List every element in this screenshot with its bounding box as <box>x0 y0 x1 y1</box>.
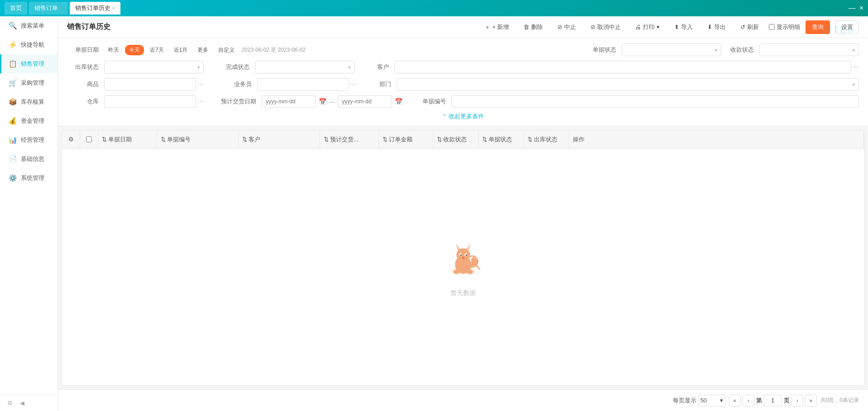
sidebar-item-basic-info-label: 基础信息 <box>21 155 44 163</box>
operations-icon: 📊 <box>9 136 17 144</box>
th-stock-status[interactable]: ⇅ 出库状态 <box>524 131 569 148</box>
th-checkbox[interactable] <box>80 131 98 148</box>
print-button[interactable]: 🖨 打印 ▾ <box>631 21 664 34</box>
page-size-dropdown[interactable]: 50 ▾ <box>698 395 725 406</box>
sidebar-item-operations[interactable]: 📊 经营管理 <box>0 131 58 150</box>
th-amount[interactable]: ⇅ 订单金额 <box>379 131 433 148</box>
page-prev-btn[interactable]: ‹ <box>743 395 754 406</box>
import-icon: ⬆ <box>674 24 679 30</box>
delivery-date-end[interactable] <box>338 95 392 108</box>
sidebar-item-finance[interactable]: 💰 资金管理 <box>0 111 58 131</box>
show-detail-checkbox[interactable] <box>769 24 775 30</box>
th-delivery[interactable]: ⇅ 预计交货... <box>320 131 379 148</box>
calendar-end-icon[interactable]: 📅 <box>395 98 403 105</box>
tab-home[interactable]: 首页 <box>5 2 27 15</box>
stock-status-label: 出库状态 <box>67 63 99 71</box>
collapse-btn[interactable]: ⌃ 收起更多条件 <box>67 112 859 121</box>
page-first-btn[interactable]: « <box>729 395 741 406</box>
sidebar-item-purchase[interactable]: 🛒 采购管理 <box>0 73 58 92</box>
department-select[interactable]: ▾ <box>397 78 859 91</box>
sidebar-item-sys-mgmt[interactable]: ⚙️ 系统管理 <box>0 169 58 188</box>
delivery-date-label: 预计交货日期 <box>220 97 256 106</box>
import-button[interactable]: ⬆ 导入 <box>670 21 697 34</box>
order-status-select[interactable]: ▾ <box>622 44 721 56</box>
tab-sales-order-close[interactable]: × <box>60 6 62 11</box>
date-btn-custom[interactable]: 自定义 <box>214 45 239 55</box>
collapse-text: 收起更多条件 <box>449 112 484 121</box>
top-bar: 首页 销售订单 × 销售订单历史 × — × <box>0 0 868 16</box>
filter-row-3: 商品 ··· 业务员 ··· 部门 ▾ <box>67 78 859 91</box>
goods-input[interactable] <box>104 78 196 91</box>
page-next-btn[interactable]: › <box>791 395 803 406</box>
date-btn-yesterday[interactable]: 昨天 <box>104 45 123 55</box>
sort-date-icon: ⇅ <box>102 136 107 143</box>
th-settings[interactable]: ⚙ <box>62 131 80 148</box>
department-arrow: ▾ <box>853 82 855 87</box>
stock-status-select[interactable]: ▾ <box>104 61 204 73</box>
sales-rep-ellipsis[interactable]: ··· <box>351 80 357 88</box>
sidebar-settings-icon[interactable]: ⚙ <box>7 400 13 406</box>
customer-ellipsis[interactable]: ··· <box>853 63 859 71</box>
order-number-input[interactable] <box>451 95 859 108</box>
customer-input[interactable] <box>394 61 851 73</box>
sidebar-item-search-menu[interactable]: 🔍 搜索菜单 <box>0 16 58 35</box>
th-num[interactable]: ⇅ 单据编号 <box>157 131 239 148</box>
show-detail-checkbox-label[interactable]: 显示明细 <box>769 23 800 31</box>
refresh-icon: ↺ <box>740 24 745 30</box>
date-btn-more[interactable]: 更多 <box>193 45 212 55</box>
th-order-status[interactable]: ⇅ 单据状态 <box>479 131 524 148</box>
goods-ellipsis[interactable]: ··· <box>198 80 204 88</box>
date-btn-today[interactable]: 今天 <box>125 45 144 55</box>
sidebar: 🔍 搜索菜单 ⚡ 快捷导航 📋 销售管理 🛒 采购管理 📦 库存核算 💰 资金管… <box>0 16 58 411</box>
window-minimize[interactable]: — <box>849 4 856 12</box>
sidebar-item-inventory[interactable]: 📦 库存核算 <box>0 92 58 111</box>
tab-sales-order-history-close[interactable]: × <box>112 6 115 11</box>
page-size-select: 每页显示 50 ▾ <box>673 395 725 406</box>
export-button[interactable]: ⬇ 导出 <box>703 21 730 34</box>
sidebar-item-quick-nav[interactable]: ⚡ 快捷导航 <box>0 35 58 54</box>
page-nav: « ‹ 第 页 › » <box>729 395 817 406</box>
sort-stock-icon: ⇅ <box>528 136 532 143</box>
delivery-date-start[interactable] <box>262 95 316 108</box>
pay-status-select[interactable]: ▾ <box>759 44 859 56</box>
refresh-button[interactable]: ↺ 刷新 <box>736 21 763 34</box>
completion-status-select[interactable]: ▾ <box>255 61 355 73</box>
sidebar-item-basic-info[interactable]: 📄 基础信息 <box>0 150 58 169</box>
page-last-btn[interactable]: » <box>805 395 817 406</box>
query-button[interactable]: 查询 <box>806 20 830 34</box>
th-op-label: 操作 <box>573 135 585 144</box>
th-customer[interactable]: ⇅ 客户 <box>239 131 320 148</box>
warehouse-input[interactable] <box>104 95 196 108</box>
tab-sales-order-history[interactable]: 销售订单历史 × <box>70 2 120 15</box>
select-all-checkbox[interactable] <box>86 136 92 142</box>
delete-button[interactable]: 🗑 删除 <box>519 21 547 34</box>
sidebar-collapse-icon[interactable]: ◀ <box>20 400 24 406</box>
th-delivery-label: 预计交货... <box>330 135 359 144</box>
delete-icon: 🗑 <box>523 24 529 30</box>
stop-button[interactable]: ⊘ 中止 <box>553 21 580 34</box>
sales-rep-input[interactable] <box>257 78 349 91</box>
date-btn-7days[interactable]: 近7天 <box>146 45 168 55</box>
sort-pay-icon: ⇅ <box>437 136 442 143</box>
stop-label: 中止 <box>564 23 576 31</box>
cancel-stop-icon: ⊘ <box>590 24 595 30</box>
cancel-stop-button[interactable]: ⊘ 取消中止 <box>586 21 625 34</box>
warehouse-ellipsis[interactable]: ··· <box>198 97 204 106</box>
page-number-input[interactable] <box>764 395 782 406</box>
th-order-label: 单据状态 <box>489 135 512 144</box>
th-date[interactable]: ⇅ 单据日期 <box>98 131 157 148</box>
calendar-start-icon[interactable]: 📅 <box>319 98 326 105</box>
add-button[interactable]: ＋ + 新增 <box>480 21 513 34</box>
settings-button[interactable]: 设置 <box>835 20 859 34</box>
tab-sales-order[interactable]: 销售订单 × <box>29 2 68 15</box>
filter-row-2: 出库状态 ▾ 完成状态 ▾ 客户 ··· <box>67 61 859 73</box>
th-pay-status[interactable]: ⇅ 收款状态 <box>433 131 479 148</box>
sidebar-item-sales[interactable]: 📋 销售管理 <box>0 54 58 73</box>
th-operation: 操作 <box>569 131 864 148</box>
sales-rep-label: 业务员 <box>220 80 252 88</box>
cancel-stop-label: 取消中止 <box>597 23 621 31</box>
window-close[interactable]: × <box>859 4 863 12</box>
th-amount-label: 订单金额 <box>389 135 412 144</box>
date-btn-1month[interactable]: 近1月 <box>170 45 192 55</box>
page-of-label: 第 <box>756 396 762 405</box>
